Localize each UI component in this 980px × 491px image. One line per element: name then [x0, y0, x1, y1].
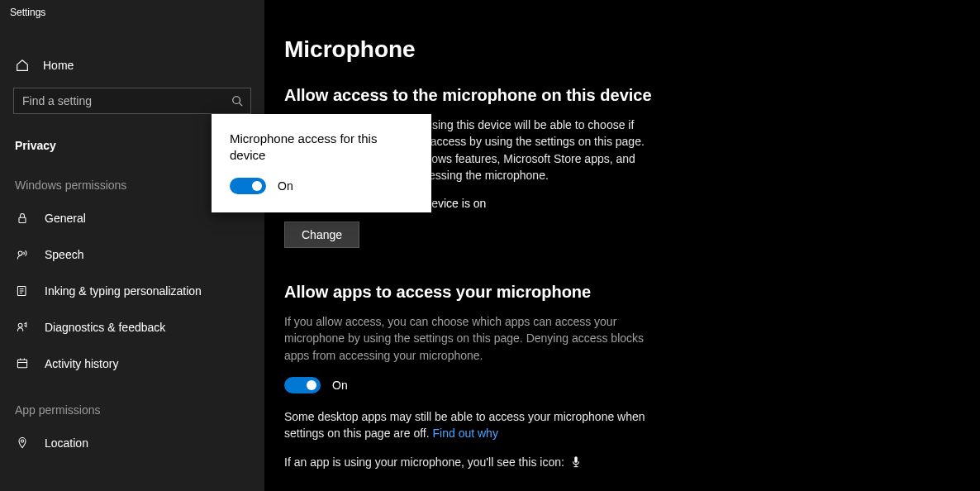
device-access-flyout: Microphone access for this device On	[212, 114, 431, 212]
sidebar-item-location[interactable]: Location	[0, 425, 264, 450]
svg-rect-5	[17, 360, 26, 368]
search-input[interactable]	[13, 88, 251, 114]
usage-indicator-text: If an app is using your microphone, you'…	[284, 455, 564, 469]
svg-rect-1	[19, 217, 26, 222]
svg-point-2	[18, 251, 22, 255]
svg-rect-8	[575, 465, 576, 467]
location-icon	[15, 436, 30, 450]
sidebar-item-diagnostics[interactable]: Diagnostics & feedback	[0, 309, 264, 346]
sidebar-item-label: Inking & typing personalization	[45, 284, 250, 298]
apps-access-toggle-row: On	[284, 377, 980, 393]
sidebar-item-label: Location	[45, 436, 250, 450]
svg-point-6	[21, 440, 23, 442]
sidebar-item-activity-history[interactable]: Activity history	[0, 346, 264, 382]
flyout-toggle[interactable]	[230, 178, 266, 194]
section-heading-apps-access: Allow apps to access your microphone	[284, 283, 980, 302]
sidebar: Settings Home Privacy Windows permission…	[0, 0, 264, 491]
sidebar-item-speech[interactable]: Speech	[0, 236, 264, 273]
desktop-apps-note: Some desktop apps may still be able to a…	[284, 408, 648, 442]
window-title: Settings	[0, 0, 264, 18]
svg-rect-7	[574, 456, 577, 463]
microphone-icon	[571, 455, 583, 470]
lock-icon	[15, 211, 30, 226]
flyout-toggle-label: On	[278, 179, 293, 193]
svg-point-0	[233, 97, 240, 104]
section-heading-device-access: Allow access to the microphone on this d…	[284, 86, 980, 105]
sidebar-home[interactable]: Home	[0, 43, 264, 88]
flyout-toggle-row: On	[230, 178, 413, 194]
svg-rect-9	[573, 466, 578, 467]
sidebar-home-label: Home	[43, 59, 74, 72]
history-icon	[15, 356, 30, 371]
section-body-apps-access: If you allow access, you can choose whic…	[284, 313, 648, 364]
find-out-why-link[interactable]: Find out why	[433, 427, 498, 440]
search-container	[13, 88, 251, 114]
feedback-icon	[15, 320, 30, 335]
flyout-title: Microphone access for this device	[230, 131, 413, 164]
main-content: Microphone Allow access to the microphon…	[264, 0, 980, 491]
sidebar-item-label: Speech	[45, 248, 250, 261]
sidebar-item-label: General	[45, 212, 250, 225]
sidebar-item-label: Diagnostics & feedback	[45, 321, 250, 334]
speech-icon	[15, 247, 30, 262]
inking-icon	[15, 284, 30, 298]
sidebar-item-inking[interactable]: Inking & typing personalization	[0, 273, 264, 309]
usage-indicator-line: If an app is using your microphone, you'…	[284, 454, 648, 470]
search-icon	[231, 95, 243, 107]
apps-access-toggle-label: On	[332, 379, 348, 392]
change-button[interactable]: Change	[284, 222, 359, 248]
home-icon	[15, 58, 30, 73]
sidebar-item-label: Activity history	[45, 357, 250, 370]
apps-access-toggle[interactable]	[284, 377, 321, 393]
sidebar-group-app-permissions: App permissions	[0, 382, 264, 425]
svg-point-4	[18, 323, 22, 327]
page-title: Microphone	[284, 36, 980, 63]
